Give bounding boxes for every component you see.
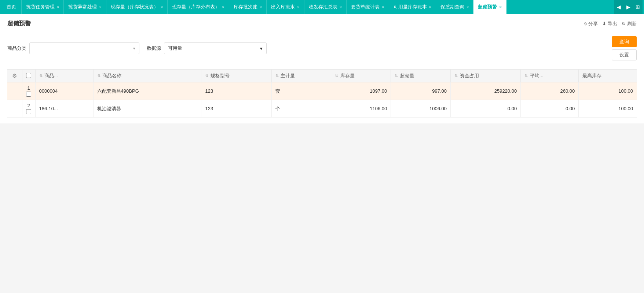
cell-unit-1: 个 [271,100,331,118]
nav-expand-button[interactable]: ⊞ [633,0,643,14]
cell-max-stock-0: 100.00 [579,82,637,100]
nav-tab-4[interactable]: 库存批次账 × [229,0,267,14]
sort-unit-icon: ⇅ [275,74,279,78]
close-tab-7-icon[interactable]: × [382,5,384,9]
sort-avg-icon: ⇅ [524,74,528,78]
col-header-capital-usage[interactable]: ⇅ 资金占用 [451,70,521,82]
cell-product-code-0: 0000004 [35,82,93,100]
cell-avg-0: 260.00 [521,82,579,100]
nav-tab-0[interactable]: 拣货任务管理 × [22,0,64,14]
col-header-stock[interactable]: ⇅ 库存量 [331,70,391,82]
sort-capital-icon: ⇅ [454,74,458,78]
cell-product-name-0: 六配套新昌490BPG [93,82,201,100]
row-settings-1 [7,100,22,118]
cell-over-stock-1: 1006.00 [391,100,451,118]
export-button[interactable]: ⬇ 导出 [602,21,617,27]
col-header-max-stock[interactable]: 最高库存 [579,70,637,82]
settings-gear-icon[interactable]: ⚙ [12,73,17,79]
col-header-spec[interactable]: ⇅ 规格型号 [201,70,271,82]
close-tab-6-icon[interactable]: × [340,5,342,9]
row-settings-0 [7,82,22,100]
sort-product-name-icon: ⇅ [97,74,100,78]
cell-stock-1: 1106.00 [331,100,391,118]
datasource-chevron-icon: ▾ [260,46,263,51]
top-navigation: 首页 拣货任务管理 × 拣货异常处理 × 现存量（库存状况表） × 现存量（库存… [0,0,644,14]
table-body: 1 0000004 六配套新昌490BPG 123 套 1097.00 997.… [7,82,637,118]
datasource-select[interactable]: 可用量 ▾ [164,42,267,54]
col-header-checkbox[interactable] [22,70,35,82]
close-tab-1-icon[interactable]: × [99,5,101,9]
filter-bar: 商品分类 ▾ 数据源 可用量 ▾ 查询 设置 [7,33,637,63]
filter-actions: 查询 设置 [612,36,637,60]
nav-tab-1[interactable]: 拣货异常处理 × [64,0,106,14]
close-tab-2-icon[interactable]: × [161,5,163,9]
category-chevron-icon: ▾ [133,46,135,51]
col-header-settings[interactable]: ⚙ [7,70,22,82]
close-tab-0-icon[interactable]: × [57,5,59,9]
header-checkbox[interactable] [26,73,31,78]
data-table: ⚙ ⇅ 商品... ⇅ 商品名称 ⇅ 规格型号 ⇅ [7,69,637,118]
table-header: ⚙ ⇅ 商品... ⇅ 商品名称 ⇅ 规格型号 ⇅ [7,70,637,82]
category-select[interactable]: ▾ [29,42,139,54]
cell-unit-0: 套 [271,82,331,100]
row-index-1: 2 [22,100,35,118]
cell-product-name-1: 机油滤清器 [93,100,201,118]
close-tab-10-icon[interactable]: × [499,5,501,9]
share-button[interactable]: ⎋ 分享 [584,21,598,27]
refresh-button[interactable]: ↻ 刷新 [622,21,637,27]
row-checkbox-0[interactable] [26,92,31,97]
refresh-icon: ↻ [622,21,626,26]
sort-over-stock-icon: ⇅ [395,74,398,78]
close-tab-9-icon[interactable]: × [466,5,469,9]
table-row: 2 186-10... 机油滤清器 123 个 1106.00 1006.00 … [7,100,637,118]
page-header: 超储预警 ⎋ 分享 ⬇ 导出 ↻ 刷新 [7,20,637,27]
cell-stock-0: 1097.00 [331,82,391,100]
page-container: 超储预警 ⎋ 分享 ⬇ 导出 ↻ 刷新 商品分类 ▾ 数据源 [0,14,644,123]
row-index-0: 1 [22,82,35,100]
col-header-over-stock[interactable]: ⇅ 超储量 [391,70,451,82]
datasource-select-value: 可用量 [168,45,182,52]
cell-capital-0: 259220.00 [451,82,521,100]
col-header-unit[interactable]: ⇅ 主计量 [271,70,331,82]
cell-max-stock-1: 100.00 [579,100,637,118]
nav-tab-3[interactable]: 现存量（库存分布表） × [168,0,229,14]
export-icon: ⬇ [602,21,606,26]
nav-tab-5[interactable]: 出入库流水 × [267,0,304,14]
nav-home[interactable]: 首页 [1,0,22,14]
nav-next-button[interactable]: ▶ [623,0,633,14]
category-label: 商品分类 [7,45,26,52]
datasource-label: 数据源 [147,45,161,52]
share-icon: ⎋ [584,21,587,26]
nav-tab-2[interactable]: 现存量（库存状况表） × [106,0,168,14]
sort-product-code-icon: ⇅ [39,74,43,78]
datasource-filter-group: 数据源 可用量 ▾ [147,42,267,54]
nav-arrows-container: ◀ ▶ ⊞ [614,0,643,14]
cell-capital-1: 0.00 [451,100,521,118]
col-header-avg[interactable]: ⇅ 平均... [521,70,579,82]
nav-tab-9[interactable]: 保质期查询 × [436,0,473,14]
sort-stock-icon: ⇅ [335,74,338,78]
settings-button[interactable]: 设置 [612,49,637,60]
close-tab-5-icon[interactable]: × [297,5,299,9]
cell-spec-0: 123 [201,82,271,100]
col-header-product-name[interactable]: ⇅ 商品名称 [93,70,201,82]
cell-avg-1: 0.00 [521,100,579,118]
query-button[interactable]: 查询 [612,36,637,47]
table-row: 1 0000004 六配套新昌490BPG 123 套 1097.00 997.… [7,82,637,100]
nav-tab-8[interactable]: 可用量库存账本 × [389,0,436,14]
cell-product-code-1: 186-10... [35,100,93,118]
close-tab-3-icon[interactable]: × [222,5,224,9]
close-tab-8-icon[interactable]: × [429,5,431,9]
close-tab-4-icon[interactable]: × [260,5,262,9]
nav-tab-7[interactable]: 要货单统计表 × [347,0,389,14]
row-checkbox-1[interactable] [26,109,31,114]
sort-spec-icon: ⇅ [205,74,208,78]
page-actions: ⎋ 分享 ⬇ 导出 ↻ 刷新 [584,21,637,27]
nav-tab-6[interactable]: 收发存汇总表 × [304,0,347,14]
nav-prev-button[interactable]: ◀ [614,0,623,14]
category-filter-group: 商品分类 ▾ [7,42,139,54]
nav-tab-10[interactable]: 超储预警 × [473,0,506,14]
page-title: 超储预警 [7,20,31,27]
col-header-product-code[interactable]: ⇅ 商品... [35,70,93,82]
cell-spec-1: 123 [201,100,271,118]
